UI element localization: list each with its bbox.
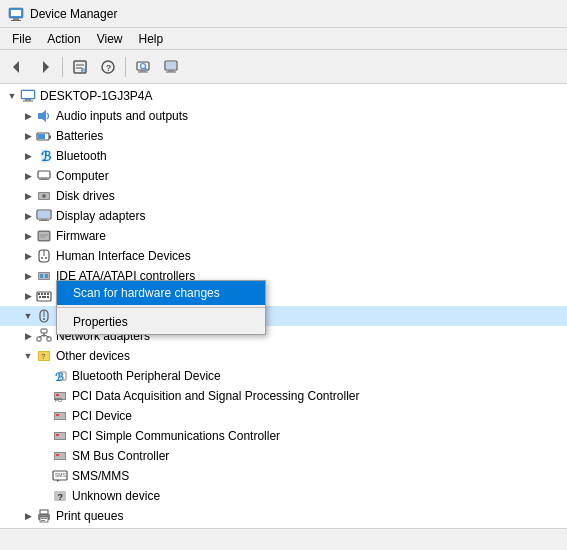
svg-text:PCI: PCI: [55, 398, 63, 403]
svg-rect-56: [38, 293, 40, 295]
help-button[interactable]: ?: [95, 54, 121, 80]
menu-file[interactable]: File: [4, 28, 39, 49]
svg-point-16: [141, 63, 146, 68]
svg-marker-4: [13, 61, 19, 73]
no-expand-pci1: [36, 388, 52, 404]
tree-smbus[interactable]: SM Bus Controller: [0, 446, 567, 466]
context-properties[interactable]: Properties: [57, 310, 265, 334]
svg-rect-2: [13, 18, 19, 20]
tree-root[interactable]: ▼ DESKTOP-1GJ3P4A: [0, 86, 567, 106]
tree-processors[interactable]: ▶ Proces: [0, 526, 567, 528]
tree-computer[interactable]: ▶ Computer: [0, 166, 567, 186]
svg-text:?: ?: [41, 352, 46, 361]
toolbar-sep-1: [62, 57, 63, 77]
sms-label: SMS/MMS: [72, 469, 567, 483]
svg-rect-95: [40, 510, 48, 514]
tree-bt-peripheral[interactable]: ℬ Bluetooth Peripheral Device: [0, 366, 567, 386]
svg-point-65: [43, 318, 45, 320]
bt-device-icon: ℬ: [52, 368, 68, 384]
forward-button[interactable]: [32, 54, 58, 80]
status-bar: [0, 528, 567, 550]
tree-display[interactable]: ▶ Display adapters: [0, 206, 567, 226]
computer-icon: [20, 88, 36, 104]
disk-label: Disk drives: [56, 189, 567, 203]
svg-rect-20: [166, 71, 176, 72]
display-icon: [36, 208, 52, 224]
expand-disk[interactable]: ▶: [20, 188, 36, 204]
svg-point-50: [45, 257, 47, 259]
tree-hid[interactable]: ▶ Human Interface Devices: [0, 246, 567, 266]
tree-batteries[interactable]: ▶ Batteries: [0, 126, 567, 146]
expand-network[interactable]: ▶: [20, 328, 36, 344]
expand-bluetooth[interactable]: ▶: [20, 148, 36, 164]
svg-rect-58: [44, 293, 46, 295]
tree-firmware[interactable]: ▶ Firmware: [0, 226, 567, 246]
svg-rect-86: [56, 434, 59, 436]
monitor-button[interactable]: [158, 54, 184, 80]
expand-root[interactable]: ▼: [4, 88, 20, 104]
svg-rect-42: [39, 220, 49, 221]
svg-rect-67: [37, 337, 41, 341]
tree-sms[interactable]: SMS SMS/MMS: [0, 466, 567, 486]
svg-point-49: [41, 257, 43, 259]
print-label: Print queues: [56, 509, 567, 523]
menu-help[interactable]: Help: [131, 28, 172, 49]
expand-audio[interactable]: ▶: [20, 108, 36, 124]
title-bar-text: Device Manager: [30, 7, 117, 21]
tree-disk[interactable]: ▶ Disk drives: [0, 186, 567, 206]
tree-unknown[interactable]: ? Unknown device: [0, 486, 567, 506]
svg-rect-57: [41, 293, 43, 295]
svg-text:?: ?: [58, 492, 64, 502]
expand-computer[interactable]: ▶: [20, 168, 36, 184]
expand-other[interactable]: ▼: [20, 348, 36, 364]
expand-print[interactable]: ▶: [20, 508, 36, 524]
unknown-icon: ?: [52, 488, 68, 504]
pci-simple-label: PCI Simple Communications Controller: [72, 429, 567, 443]
tree-pci-device[interactable]: PCI Device: [0, 406, 567, 426]
tree-audio[interactable]: ▶ Audio inputs and outputs: [0, 106, 567, 126]
other-icon: ?: [36, 348, 52, 364]
tree-other[interactable]: ▼ ? Other devices: [0, 346, 567, 366]
properties-button[interactable]: ?: [67, 54, 93, 80]
pci2-icon: [52, 408, 68, 424]
title-bar: Device Manager: [0, 0, 567, 28]
bluetooth-label: Bluetooth: [56, 149, 567, 163]
back-button[interactable]: [4, 54, 30, 80]
tree-bluetooth[interactable]: ▶ ℬ Bluetooth: [0, 146, 567, 166]
svg-rect-97: [41, 518, 47, 519]
svg-rect-26: [38, 113, 42, 119]
context-scan[interactable]: Scan for hardware changes: [57, 281, 265, 305]
no-expand-pci3: [36, 428, 52, 444]
expand-display[interactable]: ▶: [20, 208, 36, 224]
svg-line-70: [39, 335, 44, 337]
other-label: Other devices: [56, 349, 567, 363]
svg-rect-29: [38, 134, 45, 139]
tree-print[interactable]: ▶ Print queues: [0, 506, 567, 526]
menu-action[interactable]: Action: [39, 28, 88, 49]
toolbar-sep-2: [125, 57, 126, 77]
svg-rect-68: [47, 337, 51, 341]
svg-rect-28: [49, 136, 51, 139]
tree-pci-simple[interactable]: PCI Simple Communications Controller: [0, 426, 567, 446]
pci3-icon: [52, 428, 68, 444]
unknown-label: Unknown device: [72, 489, 567, 503]
expand-firmware[interactable]: ▶: [20, 228, 36, 244]
expand-ide[interactable]: ▶: [20, 268, 36, 284]
expand-keyboards[interactable]: ▶: [20, 288, 36, 304]
battery-icon: [36, 128, 52, 144]
svg-rect-83: [56, 414, 59, 416]
context-sep: [57, 307, 265, 308]
svg-line-71: [44, 335, 49, 337]
svg-rect-53: [40, 274, 43, 278]
menu-view[interactable]: View: [89, 28, 131, 49]
scan-button[interactable]: [130, 54, 156, 80]
expand-mice[interactable]: ▼: [20, 308, 36, 324]
context-menu: Scan for hardware changes Properties: [56, 280, 266, 335]
expand-batteries[interactable]: ▶: [20, 128, 36, 144]
tree-pci-daqsp[interactable]: PCI PCI Data Acquisition and Signal Proc…: [0, 386, 567, 406]
firmware-icon: [36, 228, 52, 244]
smbus-label: SM Bus Controller: [72, 449, 567, 463]
svg-rect-21: [166, 62, 176, 69]
expand-hid[interactable]: ▶: [20, 248, 36, 264]
svg-rect-89: [56, 454, 59, 456]
